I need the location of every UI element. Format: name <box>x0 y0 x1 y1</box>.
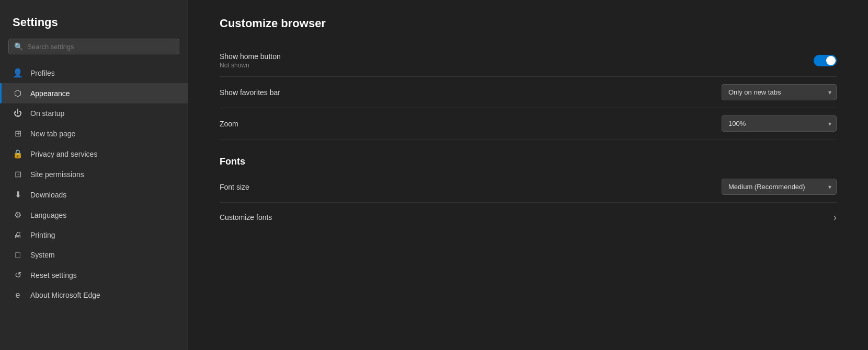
row-label-show-home-button: Show home button <box>220 52 281 61</box>
search-input[interactable] <box>27 43 174 51</box>
settings-row-customize-fonts: Customize fonts› <box>220 203 837 232</box>
dropdown-font-size[interactable]: Very smallSmallMedium (Recommended)Large… <box>722 179 837 195</box>
site-permissions-icon: ⊡ <box>13 169 23 179</box>
app-title: Settings <box>0 10 188 39</box>
system-icon: □ <box>13 250 23 260</box>
sidebar-item-label-on-startup: On startup <box>30 109 64 118</box>
sidebar-item-label-profiles: Profiles <box>30 69 55 77</box>
row-label-zoom: Zoom <box>220 120 238 128</box>
sidebar-item-on-startup[interactable]: ⏻On startup <box>0 103 188 123</box>
downloads-icon: ⬇ <box>13 190 23 200</box>
appearance-icon: ⬡ <box>13 88 23 98</box>
privacy-icon: 🔒 <box>13 149 23 159</box>
dropdown-wrapper-font-size: Very smallSmallMedium (Recommended)Large… <box>722 179 837 195</box>
sidebar-item-label-privacy: Privacy and services <box>30 150 97 158</box>
new-tab-page-icon: ⊞ <box>13 129 23 138</box>
sidebar-item-label-site-permissions: Site permissions <box>30 170 84 179</box>
dropdown-wrapper-zoom: 75%90%100%110%125%150%▾ <box>722 115 837 132</box>
main-content: Customize browser Show home buttonNot sh… <box>188 0 868 350</box>
sidebar-item-downloads[interactable]: ⬇Downloads <box>0 184 188 205</box>
printing-icon: 🖨 <box>13 230 23 240</box>
sidebar-item-label-new-tab-page: New tab page <box>30 130 75 138</box>
settings-row-show-favorites-bar: Show favorites barOnly on new tabsAlways… <box>220 77 837 108</box>
settings-row-show-home-button: Show home buttonNot shown <box>220 45 837 77</box>
toggle-show-home-button[interactable] <box>814 55 837 66</box>
sidebar-nav: 👤Profiles⬡Appearance⏻On startup⊞New tab … <box>0 63 188 305</box>
sidebar-item-languages[interactable]: ⚙Languages <box>0 205 188 225</box>
search-bar[interactable]: 🔍 <box>8 39 179 54</box>
sidebar-item-new-tab-page[interactable]: ⊞New tab page <box>0 123 188 144</box>
profiles-icon: 👤 <box>13 68 23 78</box>
sidebar-item-appearance[interactable]: ⬡Appearance <box>0 83 188 103</box>
sidebar-item-profiles[interactable]: 👤Profiles <box>0 63 188 83</box>
sidebar-item-label-about: About Microsoft Edge <box>30 291 100 299</box>
chevron-right-icon-customize-fonts[interactable]: › <box>833 212 837 223</box>
row-label-font-size: Font size <box>220 183 249 191</box>
page-title: Customize browser <box>220 17 837 30</box>
about-icon: e <box>13 290 23 300</box>
sidebar-item-label-reset-settings: Reset settings <box>30 271 77 279</box>
row-label-customize-fonts: Customize fonts <box>220 213 272 221</box>
settings-row-font-size: Font sizeVery smallSmallMedium (Recommen… <box>220 171 837 203</box>
reset-settings-icon: ↺ <box>13 270 23 280</box>
sidebar: Settings 🔍 👤Profiles⬡Appearance⏻On start… <box>0 0 188 350</box>
row-sublabel-show-home-button: Not shown <box>220 62 281 69</box>
sidebar-item-printing[interactable]: 🖨Printing <box>0 225 188 245</box>
languages-icon: ⚙ <box>13 210 23 220</box>
sidebar-item-site-permissions[interactable]: ⊡Site permissions <box>0 164 188 184</box>
sidebar-item-label-languages: Languages <box>30 211 66 219</box>
sidebar-item-label-system: System <box>30 251 55 259</box>
sidebar-item-system[interactable]: □System <box>0 245 188 265</box>
sidebar-item-label-downloads: Downloads <box>30 191 66 199</box>
row-label-show-favorites-bar: Show favorites bar <box>220 88 280 97</box>
on-startup-icon: ⏻ <box>13 109 23 118</box>
dropdown-zoom[interactable]: 75%90%100%110%125%150% <box>722 115 837 132</box>
dropdown-show-favorites-bar[interactable]: Only on new tabsAlwaysNever <box>722 84 837 100</box>
section-title-fonts: Fonts <box>220 156 837 167</box>
settings-row-zoom: Zoom75%90%100%110%125%150%▾ <box>220 108 837 139</box>
sidebar-item-about[interactable]: eAbout Microsoft Edge <box>0 285 188 305</box>
sidebar-item-label-appearance: Appearance <box>30 89 70 98</box>
search-icon: 🔍 <box>14 42 23 51</box>
sidebar-item-reset-settings[interactable]: ↺Reset settings <box>0 265 188 285</box>
sidebar-item-privacy[interactable]: 🔒Privacy and services <box>0 144 188 164</box>
sidebar-item-label-printing: Printing <box>30 231 55 239</box>
dropdown-wrapper-show-favorites-bar: Only on new tabsAlwaysNever▾ <box>722 84 837 100</box>
